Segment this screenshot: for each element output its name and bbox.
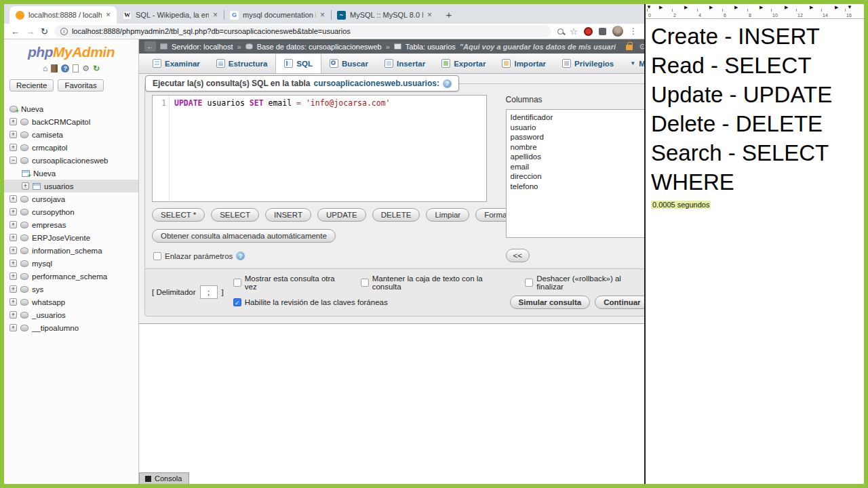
bind-params-checkbox[interactable] bbox=[153, 252, 161, 260]
sql-editor[interactable]: 1 UPDATE usuarios SET email = 'info@joca… bbox=[152, 95, 487, 202]
recent-tables-button[interactable]: Reciente bbox=[9, 79, 54, 92]
tab-importar[interactable]: Importar bbox=[494, 54, 554, 73]
expand-icon[interactable]: + bbox=[9, 208, 17, 216]
rollback-option[interactable]: Deshacer («rollback») al finalizar bbox=[525, 274, 649, 291]
expand-icon[interactable]: + bbox=[9, 118, 17, 125]
help-icon[interactable]: ? bbox=[236, 251, 245, 260]
tree-item-mysql[interactable]: + mysql bbox=[4, 257, 138, 270]
tab-estructura[interactable]: Estructura bbox=[208, 54, 276, 73]
tree-item-backcrmcapitol[interactable]: + backCRMCapitol bbox=[4, 115, 138, 128]
get-saved-query-button[interactable]: Obtener consulta almacenada automáticame… bbox=[152, 229, 336, 243]
column-option[interactable]: usuario bbox=[507, 123, 649, 133]
expand-icon[interactable]: + bbox=[9, 195, 17, 203]
delete-button[interactable]: DELETE bbox=[372, 208, 420, 222]
tree-item-new-table[interactable]: Nueva bbox=[4, 167, 138, 180]
expand-icon[interactable]: + bbox=[9, 285, 17, 293]
sql-code[interactable]: UPDATE usuarios SET email = 'info@jocars… bbox=[170, 96, 395, 201]
ruler-tab-stop-icon[interactable] bbox=[760, 5, 763, 10]
logout-door-icon[interactable] bbox=[51, 64, 58, 73]
tab-close-icon[interactable]: × bbox=[427, 10, 432, 20]
tab-exportar[interactable]: Exportar bbox=[433, 54, 494, 73]
tab-insertar[interactable]: Insertar bbox=[376, 54, 433, 73]
tree-item-crmcapitol[interactable]: + crmcapitol bbox=[4, 141, 138, 154]
expand-icon[interactable]: + bbox=[9, 234, 17, 241]
column-option[interactable]: Identificador bbox=[507, 113, 649, 123]
clear-button[interactable]: Limpiar bbox=[426, 208, 469, 222]
expand-icon[interactable]: + bbox=[9, 260, 17, 267]
ruler-tab-stop-icon[interactable] bbox=[734, 5, 738, 10]
refresh-icon[interactable]: ↻ bbox=[93, 64, 100, 73]
delimiter-input[interactable] bbox=[200, 285, 218, 299]
expand-icon[interactable]: + bbox=[22, 182, 29, 190]
tree-item-cursoaplicacionesweb[interactable]: − cursoaplicacionesweb bbox=[4, 154, 138, 167]
tab-close-icon[interactable]: × bbox=[106, 10, 111, 20]
tab-examinar[interactable]: Examinar bbox=[144, 54, 208, 73]
extensions-puzzle-icon[interactable] bbox=[599, 28, 606, 35]
expand-icon[interactable]: + bbox=[9, 311, 17, 319]
tree-item-cursopython[interactable]: + cursopython bbox=[4, 205, 138, 218]
column-option[interactable]: direccion bbox=[507, 171, 649, 182]
tree-item-sys[interactable]: + sys bbox=[4, 283, 138, 296]
expand-icon[interactable]: + bbox=[9, 324, 17, 331]
ruler-tab-stop-icon[interactable] bbox=[835, 5, 838, 10]
insert-column-button[interactable]: << bbox=[506, 249, 530, 262]
url-input[interactable]: i localhost:8888/phpmyadmin2/tbl_sql.php… bbox=[54, 25, 551, 37]
select-button[interactable]: SELECT bbox=[211, 208, 259, 222]
browser-tab-wikipedia[interactable]: W SQL - Wikipedia, la encicloped × bbox=[117, 6, 224, 24]
select-star-button[interactable]: SELECT * bbox=[152, 208, 205, 222]
columns-listbox[interactable]: Identificador usuario password nombre ap… bbox=[506, 109, 650, 238]
browser-tab-google[interactable]: G mysql documentation insert - × bbox=[224, 6, 331, 24]
retain-textbox-option[interactable]: Mantener la caja de texto con la consult… bbox=[361, 274, 513, 291]
forward-icon[interactable]: → bbox=[26, 27, 35, 36]
expand-icon[interactable]: + bbox=[9, 247, 17, 254]
show-query-option[interactable]: Mostrar esta consulta otra vez bbox=[233, 274, 349, 291]
site-info-icon[interactable]: i bbox=[60, 28, 68, 35]
legend-table-link[interactable]: cursoaplicacionesweb.usuarios: bbox=[314, 79, 439, 88]
column-option[interactable]: telefono bbox=[507, 182, 649, 192]
ruler-tab-stop-icon[interactable] bbox=[659, 5, 663, 10]
breadcrumb-server[interactable]: Servidor: localhost bbox=[172, 43, 233, 51]
column-option[interactable]: password bbox=[507, 132, 649, 142]
zoom-search-icon[interactable] bbox=[557, 28, 564, 35]
browser-tab-phpmyadmin[interactable]: localhost:8888 / localhost / cu × bbox=[9, 6, 117, 24]
fk-checks-option[interactable]: Habilite la revisión de las claves forán… bbox=[233, 298, 388, 306]
ruler-tab-stop-icon[interactable] bbox=[684, 5, 688, 10]
adblock-extension-icon[interactable] bbox=[584, 27, 593, 36]
tab-privilegios[interactable]: Privilegios bbox=[554, 54, 622, 73]
tree-item-empresas[interactable]: + empresas bbox=[4, 218, 138, 231]
hide-sidebar-button[interactable]: ← bbox=[144, 41, 156, 52]
expand-icon[interactable]: + bbox=[9, 298, 17, 306]
tree-item-usuarios-db[interactable]: + _usuarios bbox=[4, 308, 138, 321]
tree-item-whatsapp[interactable]: + whatsapp bbox=[4, 296, 138, 308]
profile-avatar[interactable] bbox=[612, 26, 623, 37]
documentation-icon[interactable] bbox=[73, 64, 79, 73]
tree-item-erpjosevicente[interactable]: + ERPJoseVicente bbox=[4, 231, 138, 244]
favorite-tables-button[interactable]: Favoritas bbox=[58, 79, 103, 92]
home-icon[interactable]: ⌂ bbox=[43, 64, 47, 73]
settings-gear-icon[interactable]: ⚙ bbox=[82, 64, 90, 73]
tab-sql[interactable]: SQL bbox=[275, 54, 321, 73]
notes-text[interactable]: Create - INSERT Read - SELECT Update - U… bbox=[646, 19, 864, 197]
show-query-checkbox[interactable] bbox=[233, 279, 241, 287]
update-button[interactable]: UPDATE bbox=[317, 208, 366, 222]
ruler-right-indent-marker-icon[interactable] bbox=[847, 4, 852, 10]
browser-tab-mysql-docs[interactable]: ~ MySQL :: MySQL 8.0 Referenc × bbox=[331, 6, 438, 24]
fk-checks-checkbox[interactable] bbox=[233, 298, 241, 306]
column-option[interactable]: apellidos bbox=[507, 152, 649, 162]
column-option[interactable]: nombre bbox=[507, 142, 649, 152]
tree-item-cursojava[interactable]: + cursojava bbox=[4, 192, 138, 205]
simulate-query-button[interactable]: Simular consulta bbox=[510, 296, 591, 309]
insert-button[interactable]: INSERT bbox=[265, 208, 311, 222]
browser-menu-icon[interactable]: ⋮ bbox=[629, 26, 637, 36]
console-toggle[interactable]: Consola bbox=[139, 472, 189, 484]
ruler-tab-stop-icon[interactable] bbox=[709, 5, 713, 10]
expand-icon[interactable]: + bbox=[9, 144, 17, 151]
collapse-icon[interactable]: − bbox=[9, 157, 17, 164]
help-icon[interactable]: ? bbox=[443, 79, 452, 88]
ruler-tab-stop-icon[interactable] bbox=[810, 5, 813, 10]
reload-icon[interactable]: ↻ bbox=[41, 27, 48, 36]
tree-item-usuarios[interactable]: + usuarios bbox=[4, 180, 138, 192]
help-icon[interactable]: ? bbox=[61, 64, 69, 73]
rollback-checkbox[interactable] bbox=[525, 279, 533, 287]
expand-icon[interactable]: + bbox=[9, 221, 17, 228]
